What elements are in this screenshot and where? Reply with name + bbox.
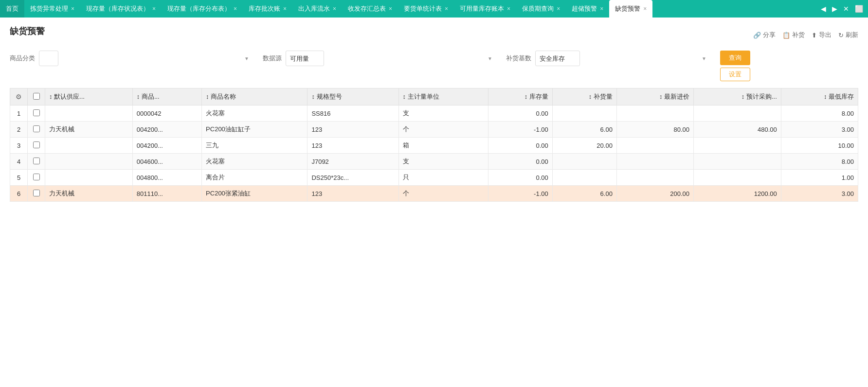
- replenish-icon: 📋: [782, 32, 790, 39]
- row-name: 火花塞: [202, 106, 307, 122]
- nav-tab-close-icon[interactable]: ×: [333, 5, 336, 12]
- export-icon: ⬆: [812, 32, 817, 39]
- nav-tab-label: 首页: [6, 4, 18, 13]
- row-replenish: [552, 154, 616, 170]
- row-min-stock: 10.00: [781, 138, 858, 154]
- nav-tab-recv[interactable]: 收发存汇总表×: [342, 0, 398, 18]
- table-row: 1 0000042 火花塞 SS816 支 0.00 8.00: [10, 106, 858, 122]
- row-min-stock: 8.00: [781, 154, 858, 170]
- row-supplier: [45, 138, 133, 154]
- row-checkbox[interactable]: [33, 190, 40, 196]
- page-header: 缺货预警 🔗 分享 📋 补货 ⬆ 导出 ↻ 刷新: [10, 25, 858, 45]
- nav-tab-close-icon[interactable]: ×: [643, 5, 647, 12]
- row-checkbox[interactable]: [33, 141, 40, 148]
- checkbox-column-header: [28, 88, 45, 106]
- row-checkbox-cell: [28, 186, 45, 202]
- refresh-button[interactable]: ↻ 刷新: [838, 31, 858, 39]
- row-code: 004200...: [132, 122, 201, 138]
- nav-tab-label: 现存量（库存状况表）: [86, 4, 149, 13]
- refresh-icon: ↻: [838, 32, 844, 39]
- nav-tab-close-icon[interactable]: ×: [557, 5, 560, 12]
- share-button[interactable]: 🔗 分享: [753, 31, 776, 39]
- row-est-purchase: [694, 170, 781, 186]
- row-code: 0000042: [132, 106, 201, 122]
- nav-maximize-btn[interactable]: ⬜: [852, 4, 866, 14]
- row-spec: DS250*23c...: [307, 170, 398, 186]
- row-latest-price: 200.00: [616, 186, 693, 202]
- nav-tab-shortage[interactable]: 缺货预警×: [609, 0, 652, 18]
- row-min-stock: 3.00: [781, 122, 858, 138]
- nav-tab-stock-dist[interactable]: 现存量（库存分布表）×: [162, 0, 243, 18]
- nav-tab-stock-status[interactable]: 现存量（库存状况表）×: [80, 0, 162, 18]
- row-supplier: 力天机械: [45, 122, 133, 138]
- nav-tab-label: 现存量（库存分布表）: [167, 4, 231, 13]
- nav-tab-close-icon[interactable]: ×: [445, 5, 448, 12]
- row-replenish: 6.00: [552, 186, 616, 202]
- unit-column-header: ↕ 主计量单位: [398, 88, 488, 106]
- nav-tab-expiry[interactable]: 保质期查询×: [516, 0, 566, 18]
- settings-button[interactable]: 设置: [720, 68, 750, 81]
- nav-tab-demand[interactable]: 要货单统计表×: [398, 0, 454, 18]
- row-checkbox[interactable]: [33, 174, 40, 180]
- nav-prev-btn[interactable]: ◀: [818, 4, 829, 14]
- nav-controls: ◀ ▶ ✕ ⬜: [818, 4, 868, 14]
- nav-tab-available[interactable]: 可用量库存账本×: [454, 0, 516, 18]
- row-index: 4: [10, 154, 28, 170]
- category-select[interactable]: [39, 51, 58, 66]
- row-spec: J7092: [307, 154, 398, 170]
- row-name: PC200张紧油缸: [202, 186, 307, 202]
- row-checkbox[interactable]: [33, 125, 40, 132]
- nav-tab-overstock[interactable]: 超储预警×: [566, 0, 609, 18]
- nav-tab-close-icon[interactable]: ×: [234, 5, 237, 12]
- row-index: 6: [10, 186, 28, 202]
- code-column-header: ↕ 商品...: [132, 88, 201, 106]
- nav-tab-close-icon[interactable]: ×: [600, 5, 603, 12]
- nav-tab-inout[interactable]: 出入库流水×: [292, 0, 342, 18]
- row-index: 5: [10, 170, 28, 186]
- row-est-purchase: 1200.00: [694, 186, 781, 202]
- row-checkbox-cell: [28, 154, 45, 170]
- nav-tab-batch[interactable]: 库存批次账×: [243, 0, 292, 18]
- row-checkbox-cell: [28, 170, 45, 186]
- nav-tab-home[interactable]: 首页: [0, 0, 24, 18]
- row-stock: -1.00: [488, 186, 552, 202]
- row-checkbox[interactable]: [33, 158, 40, 164]
- row-stock: 0.00: [488, 170, 552, 186]
- nav-tab-close-icon[interactable]: ×: [71, 5, 74, 12]
- row-min-stock: 1.00: [781, 170, 858, 186]
- row-index: 2: [10, 122, 28, 138]
- nav-close-btn[interactable]: ✕: [840, 4, 852, 14]
- row-name: 三九: [202, 138, 307, 154]
- nav-tab-close-icon[interactable]: ×: [152, 5, 156, 12]
- row-spec: 123: [307, 186, 398, 202]
- select-all-checkbox[interactable]: [33, 93, 40, 100]
- row-stock: 0.00: [488, 138, 552, 154]
- replenish-button[interactable]: 📋 补货: [782, 31, 805, 39]
- row-spec: 123: [307, 138, 398, 154]
- nav-tab-label: 要货单统计表: [404, 4, 442, 13]
- row-supplier: [45, 170, 133, 186]
- name-column-header: ↕ 商品名称: [202, 88, 307, 106]
- table-row: 6 力天机械 801110... PC200张紧油缸 123 个 -1.00 6…: [10, 186, 858, 202]
- table-row: 3 004200... 三九 123 箱 0.00 20.00 10.00: [10, 138, 858, 154]
- replenish-base-select[interactable]: 安全库存: [535, 51, 580, 66]
- nav-next-btn[interactable]: ▶: [829, 4, 840, 14]
- datasource-select[interactable]: 可用量: [286, 51, 324, 66]
- row-supplier: [45, 154, 133, 170]
- row-est-purchase: [694, 154, 781, 170]
- row-stock: 0.00: [488, 106, 552, 122]
- row-checkbox[interactable]: [33, 109, 40, 116]
- nav-tab-label: 收发存汇总表: [348, 4, 386, 13]
- nav-tab-abnormal[interactable]: 拣货异常处理×: [24, 0, 80, 18]
- row-checkbox-cell: [28, 122, 45, 138]
- nav-tab-close-icon[interactable]: ×: [389, 5, 392, 12]
- query-button[interactable]: 查询: [720, 51, 750, 65]
- nav-tab-close-icon[interactable]: ×: [283, 5, 287, 12]
- nav-tab-close-icon[interactable]: ×: [507, 5, 510, 12]
- gear-icon[interactable]: ⚙: [15, 92, 23, 101]
- export-button[interactable]: ⬆ 导出: [812, 31, 832, 39]
- row-latest-price: 80.00: [616, 122, 693, 138]
- row-latest-price: [616, 154, 693, 170]
- supplier-column-header: ↕ 默认供应...: [45, 88, 133, 106]
- row-latest-price: [616, 170, 693, 186]
